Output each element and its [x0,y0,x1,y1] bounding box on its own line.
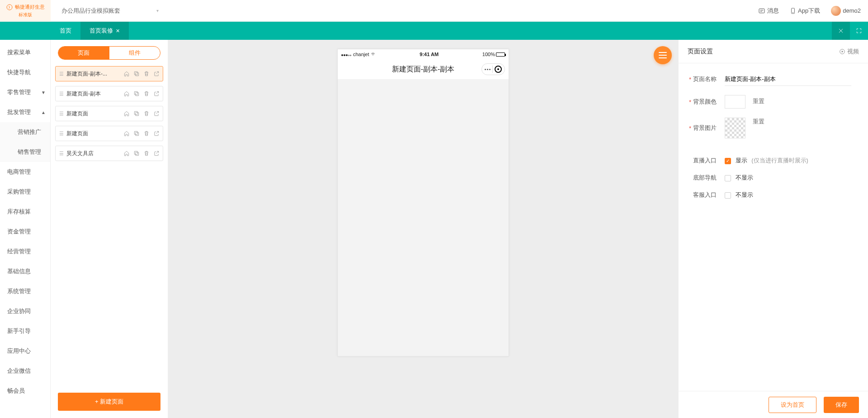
share-icon[interactable] [153,150,160,157]
sidebar-item-label: 企业微信 [7,367,31,375]
service-entry-checkbox[interactable] [725,192,731,199]
sidebar-item-label: 搜索菜单 [7,48,31,57]
home-icon[interactable] [123,110,130,117]
sidebar-item-system[interactable]: 系统管理 [0,281,50,301]
page-item[interactable]: ☰ 新建页面 [55,106,163,121]
svg-rect-10 [136,133,139,136]
tab-page-decor[interactable]: 首页装修 ✕ [80,22,129,40]
page-item-name: 新建页面 [66,110,120,118]
pill-tab-component[interactable]: 组件 [109,47,160,59]
sidebar-item-label: 畅会员 [7,387,25,395]
phone-page-title: 新建页面-副本-副本 [392,65,455,74]
sidebar-item-business[interactable]: 经营管理 [0,242,50,261]
wifi-icon [370,52,376,57]
bg-image-swatch[interactable] [725,118,745,138]
page-item[interactable]: ☰ 新建页面-副本-... [55,66,163,81]
sidebar-item-retail[interactable]: 零售管理▼ [0,82,50,102]
button-label: 保存 [835,401,847,409]
copy-icon[interactable] [133,130,140,137]
sidebar-item-wholesale[interactable]: 批发管理▲ [0,102,50,122]
app-download-link[interactable]: App下载 [790,7,820,15]
svg-rect-8 [136,113,139,116]
sidebar-item-label: 采购管理 [7,188,31,196]
sidebar-sub-sales[interactable]: 销售管理 [0,142,50,162]
pill-label: 页面 [78,49,90,57]
delete-icon[interactable] [143,70,150,77]
panel-toggle-fab[interactable] [654,46,672,64]
close-icon[interactable]: ✕ [116,28,120,34]
sidebar: 搜索菜单 快捷导航 零售管理▼ 批发管理▲ 营销推广 销售管理 电商管理 采购管… [0,40,51,418]
copy-icon[interactable] [133,70,140,77]
new-page-button[interactable]: + 新建页面 [58,393,160,411]
delete-icon[interactable] [143,90,150,97]
fullscreen-button[interactable] [850,22,868,40]
phone-time: 9:41 AM [420,52,439,57]
copy-icon[interactable] [133,110,140,117]
share-icon[interactable] [153,70,160,77]
caret-up-icon: ▲ [41,110,46,115]
sidebar-item-label: 资金管理 [7,228,31,236]
fullscreen-icon [856,28,862,34]
account-picker[interactable]: 办公用品行业模拟账套 ▾ [61,7,159,15]
drag-handle-icon[interactable]: ☰ [59,71,64,77]
sidebar-item-member[interactable]: 畅会员 [0,381,50,401]
drag-handle-icon[interactable]: ☰ [59,111,64,117]
drag-handle-icon[interactable]: ☰ [59,91,64,97]
delete-icon[interactable] [143,110,150,117]
home-icon[interactable] [123,130,130,137]
new-page-label: + 新建页面 [95,398,123,406]
sidebar-item-purchase[interactable]: 采购管理 [0,182,50,202]
sidebar-sub-marketing[interactable]: 营销推广 [0,122,50,142]
page-item[interactable]: ☰ 新建页面 [55,126,163,141]
sidebar-item-apps[interactable]: 应用中心 [0,341,50,361]
home-icon[interactable] [123,70,130,77]
sidebar-item-guide[interactable]: 新手引导 [0,321,50,341]
drag-handle-icon[interactable]: ☰ [59,151,64,157]
drag-handle-icon[interactable]: ☰ [59,131,64,137]
signal-icon [341,52,352,57]
bottom-nav-checkbox[interactable] [725,175,731,181]
set-home-button[interactable]: 设为首页 [769,397,816,413]
copy-icon[interactable] [133,90,140,97]
sidebar-item-wechat[interactable]: 企业微信 [0,361,50,381]
video-help-link[interactable]: 视频 [839,48,859,56]
home-icon[interactable] [123,90,130,97]
tab-home[interactable]: 首页 [51,22,80,40]
share-icon[interactable] [153,110,160,117]
canvas: chanjet 9:41 AM 100% 新建页面-副本-副本 [168,40,678,418]
phone-body[interactable] [338,79,509,356]
live-entry-text: 显示 [736,157,747,164]
bg-color-swatch[interactable] [725,95,745,109]
copy-icon[interactable] [133,150,140,157]
bottom-nav-label: 底部导航 [693,174,725,182]
share-icon[interactable] [153,130,160,137]
sidebar-item-funds[interactable]: 资金管理 [0,222,50,242]
user-menu[interactable]: demo2 [831,6,861,16]
page-item[interactable]: ☰ 新建页面-副本 [55,86,163,101]
svg-rect-9 [134,111,137,114]
svg-rect-4 [136,73,139,76]
sidebar-item-search[interactable]: 搜索菜单 [0,43,50,62]
delete-icon[interactable] [143,130,150,137]
share-icon[interactable] [153,90,160,97]
pill-tab-page[interactable]: 页面 [58,47,109,59]
page-name-input[interactable] [725,72,851,86]
sidebar-item-basic[interactable]: 基础信息 [0,261,50,281]
messages-link[interactable]: 消息 [758,7,779,15]
tab-close-button[interactable] [832,22,850,40]
bg-image-reset[interactable]: 重置 [753,118,764,125]
sidebar-item-quicknav[interactable]: 快捷导航 [0,62,50,82]
sidebar-item-label: 应用中心 [7,347,31,355]
miniapp-capsule[interactable] [481,63,505,75]
sidebar-item-label: 新手引导 [7,327,31,335]
sidebar-item-inventory[interactable]: 库存核算 [0,202,50,222]
sidebar-item-collab[interactable]: 企业协同 [0,301,50,321]
bg-color-reset[interactable]: 重置 [753,98,764,104]
page-item[interactable]: ☰ 昊天文具店 [55,146,163,161]
sidebar-item-ecommerce[interactable]: 电商管理 [0,162,50,182]
save-button[interactable]: 保存 [824,397,859,413]
live-entry-checkbox[interactable]: ✓ [725,158,731,164]
sidebar-item-label: 经营管理 [7,247,31,256]
home-icon[interactable] [123,150,130,157]
delete-icon[interactable] [143,150,150,157]
